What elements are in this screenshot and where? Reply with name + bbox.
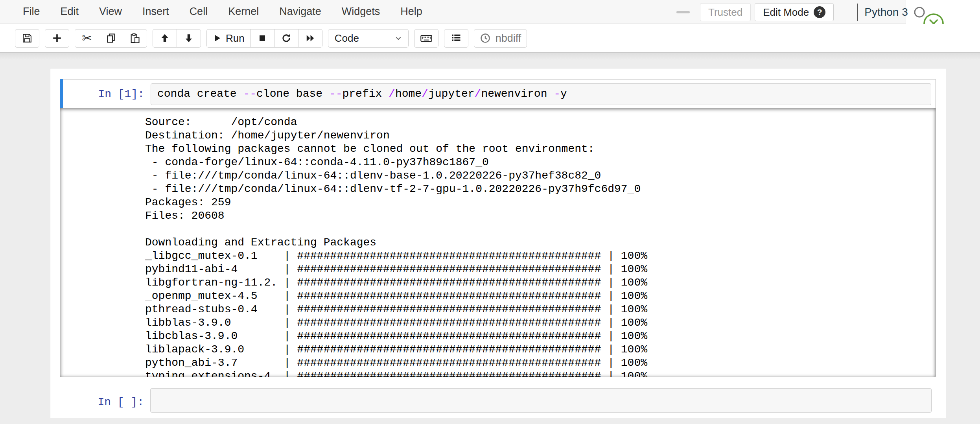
paste-icon [129, 33, 140, 44]
output-area[interactable]: Source: /opt/conda Destination: /home/ju… [60, 108, 936, 377]
cell-type-select[interactable]: Code [328, 29, 409, 48]
kernel-separator [857, 4, 858, 21]
restart-kernel-button[interactable] [274, 29, 298, 48]
edit-mode-button[interactable]: Edit Mode ? [755, 3, 834, 21]
scissors-icon: ✂ [82, 32, 92, 44]
move-down-button[interactable] [177, 29, 201, 48]
kernel-name: Python 3 [864, 6, 908, 18]
cell-1-input-row: In [1]: conda create --clone base --pref… [60, 79, 936, 108]
save-button[interactable] [15, 29, 39, 48]
menu-edit[interactable]: Edit [61, 6, 79, 18]
header-right: Trusted Edit Mode ? Python 3 [676, 0, 925, 24]
play-icon [212, 33, 222, 43]
run-label: Run [226, 32, 245, 44]
cell-type-value: Code [335, 32, 359, 44]
chevron-down-icon [394, 34, 403, 42]
stop-icon [258, 33, 267, 43]
menu-file[interactable]: File [23, 6, 40, 18]
trusted-button[interactable]: Trusted [700, 3, 751, 21]
nbdiff-button[interactable]: nbdiff [474, 29, 527, 48]
edit-mode-label: Edit Mode [763, 6, 809, 18]
restart-icon [281, 33, 291, 43]
empty-code-editor[interactable] [150, 388, 932, 413]
input-prompt-empty: In [ ]: [60, 388, 150, 416]
move-group [153, 29, 201, 48]
question-mark-icon: ? [814, 6, 825, 18]
restart-run-all-button[interactable] [298, 29, 322, 48]
copy-button[interactable] [99, 29, 123, 48]
plus-icon [52, 33, 62, 43]
arrow-up-icon [160, 33, 170, 43]
clipboard-group: ✂ [75, 29, 147, 48]
input-prompt: In [1]: [60, 79, 151, 108]
menu-help[interactable]: Help [400, 6, 422, 18]
run-button[interactable]: Run [206, 29, 251, 48]
menu-insert[interactable]: Insert [142, 6, 169, 18]
run-group: Run [206, 29, 322, 48]
toolbar: ✂ [0, 24, 980, 52]
nbdiff-label: nbdiff [496, 32, 521, 44]
trusted-label: Trusted [708, 6, 742, 18]
code-cell-1[interactable]: In [1]: conda create --clone base --pref… [60, 79, 936, 377]
fast-forward-icon [305, 33, 315, 43]
arrow-down-icon [184, 33, 194, 43]
notebook-container: In [1]: conda create --clone base --pref… [50, 68, 946, 418]
menu-kernel[interactable]: Kernel [228, 6, 259, 18]
menu-view[interactable]: View [99, 6, 122, 18]
code-editor[interactable]: conda create --clone base --prefix /home… [151, 83, 931, 105]
dash-icon [676, 11, 690, 13]
jupyter-notebook-app: { "menubar": { "items": ["File", "Edit",… [0, 0, 980, 424]
clock-icon [480, 33, 491, 44]
copy-icon [105, 33, 116, 44]
insert-cell-below-button[interactable] [45, 29, 69, 48]
menu-cell[interactable]: Cell [190, 6, 208, 18]
list-icon [451, 33, 462, 44]
menu-navigate[interactable]: Navigate [279, 6, 321, 18]
move-up-button[interactable] [153, 29, 177, 48]
cut-button[interactable]: ✂ [75, 29, 99, 48]
command-palette-button[interactable] [414, 29, 438, 48]
menu-widgets[interactable]: Widgets [342, 6, 380, 18]
floppy-disk-icon [22, 33, 33, 44]
interrupt-kernel-button[interactable] [250, 29, 274, 48]
keyboard-icon [420, 33, 433, 44]
paste-button[interactable] [123, 29, 147, 48]
toc-list-button[interactable] [444, 29, 468, 48]
output-text: Source: /opt/conda Destination: /home/ju… [60, 108, 936, 377]
code-cell-2[interactable]: In [ ]: [60, 388, 936, 416]
notebook-panel: In [1]: conda create --clone base --pref… [0, 52, 980, 424]
